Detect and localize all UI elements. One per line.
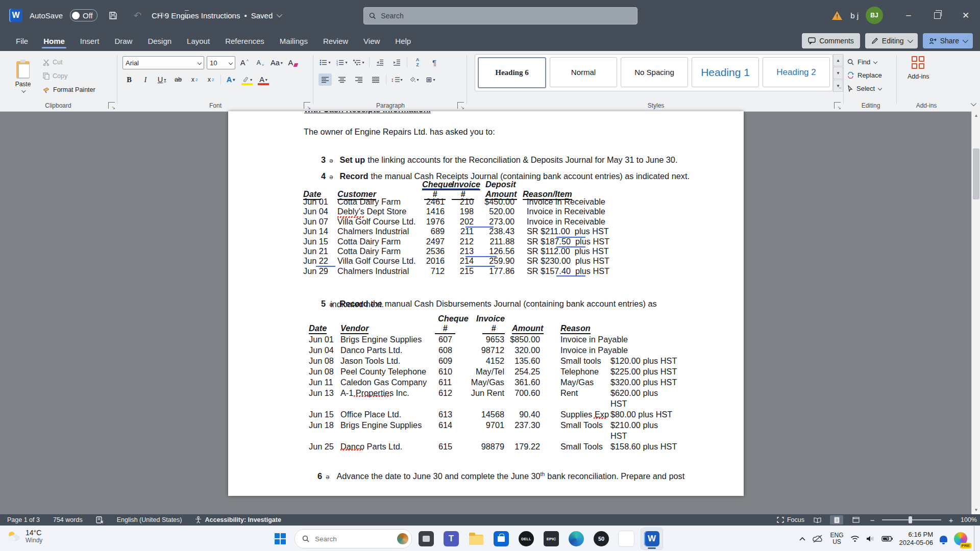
clear-formatting-button[interactable]: A [286, 57, 300, 69]
addins-button[interactable]: Add-ins [908, 56, 929, 80]
tab-layout[interactable]: Layout [180, 33, 216, 49]
taskbar-dell-app[interactable]: DELL [516, 528, 537, 549]
proofing-errors-icon[interactable] [96, 516, 104, 523]
replace-button[interactable]: Replace [847, 68, 882, 82]
tab-home[interactable]: Home [37, 33, 71, 49]
style-no-spacing[interactable]: No Spacing [621, 57, 688, 87]
taskbar-search-input[interactable] [314, 535, 377, 543]
zoom-slider-thumb[interactable] [909, 516, 912, 523]
style-normal[interactable]: Normal [550, 57, 617, 87]
document-title[interactable]: CH 9 Engines Instructions [152, 11, 240, 20]
search-input[interactable] [380, 11, 632, 20]
style-heading-2[interactable]: Heading 2 [763, 57, 830, 87]
subscript-button[interactable]: x2 [188, 73, 201, 86]
font-size-combo[interactable]: 10 [207, 56, 235, 69]
focus-mode-button[interactable]: Focus [777, 516, 804, 523]
page-indicator[interactable]: Page 1 of 3 [7, 516, 40, 523]
share-button[interactable]: Share [923, 33, 973, 48]
format-painter-button[interactable]: Format Painter [41, 84, 97, 96]
scrollbar-thumb[interactable] [973, 148, 979, 199]
style-heading-6[interactable]: Heading 6 [478, 57, 546, 88]
paste-button[interactable]: Paste [8, 55, 38, 99]
web-layout-button[interactable] [849, 515, 863, 524]
battery-icon[interactable] [881, 536, 893, 542]
copy-button[interactable]: Copy [41, 70, 97, 82]
underline-button[interactable]: U▾ [155, 73, 168, 86]
line-spacing-button[interactable]: ↕▾ [390, 73, 404, 86]
show-desktop-button[interactable] [974, 526, 976, 551]
print-layout-button[interactable] [830, 515, 843, 524]
styles-scroll-up-button[interactable]: ▲ [833, 54, 843, 66]
style-heading-1[interactable]: Heading 1 [692, 57, 759, 87]
tab-design[interactable]: Design [141, 33, 178, 49]
decrease-indent-button[interactable] [373, 56, 386, 68]
language-switcher[interactable]: ENGUS [830, 532, 843, 545]
bullets-button[interactable]: ▾ [318, 56, 332, 68]
highlight-color-button[interactable]: ▾ [240, 73, 254, 86]
accessibility-status[interactable]: Accessibility: Investigate [195, 516, 281, 523]
increase-indent-button[interactable] [390, 56, 403, 68]
bold-button[interactable]: B [122, 73, 136, 86]
notifications-bell-icon[interactable] [940, 536, 947, 542]
text-effects-button[interactable]: A▾ [224, 73, 237, 86]
tab-review[interactable]: Review [316, 33, 355, 49]
shading-button[interactable]: ▾ [407, 73, 421, 86]
shrink-font-button[interactable]: A˅ [254, 57, 267, 69]
comments-button[interactable]: Comments [802, 33, 860, 48]
scroll-down-button[interactable]: ▼ [972, 506, 980, 514]
justify-button[interactable] [369, 73, 382, 86]
taskbar-word[interactable]: W [641, 528, 663, 550]
clipboard-dialog-launcher[interactable] [108, 102, 115, 109]
taskbar-search[interactable] [295, 529, 412, 548]
volume-icon[interactable] [866, 535, 875, 542]
restore-button[interactable] [923, 0, 951, 31]
styles-scroll-down-button[interactable]: ▼ [833, 67, 843, 79]
signin-user-label[interactable]: b j [850, 11, 859, 20]
tab-view[interactable]: View [357, 33, 386, 49]
grow-font-button[interactable]: A˄ [238, 57, 251, 69]
tab-file[interactable]: File [9, 33, 35, 49]
align-right-button[interactable] [352, 73, 365, 86]
read-mode-button[interactable] [811, 515, 824, 524]
superscript-button[interactable]: x2 [204, 73, 217, 86]
multilevel-list-button[interactable]: ▾ [352, 56, 365, 68]
show-paragraph-marks-button[interactable]: ¶ [428, 56, 441, 68]
font-name-combo[interactable]: Arial [122, 56, 204, 69]
font-dialog-launcher[interactable] [304, 102, 310, 109]
numbering-button[interactable]: 123▾ [335, 56, 349, 68]
tab-references[interactable]: References [218, 33, 271, 49]
tab-insert[interactable]: Insert [74, 33, 106, 49]
taskbar-app-grid[interactable] [616, 528, 637, 549]
start-button[interactable] [270, 528, 291, 549]
styles-dialog-launcher[interactable] [834, 102, 841, 109]
wifi-icon[interactable] [850, 535, 860, 542]
clock[interactable]: 6:16 PM2024-05-06 [899, 531, 934, 547]
zoom-in-button[interactable]: + [947, 516, 954, 524]
undo-button[interactable]: ↶ [129, 7, 146, 24]
scroll-up-button[interactable]: ▲ [972, 111, 980, 120]
language-indicator[interactable]: English (United States) [117, 516, 182, 523]
font-color-button[interactable]: A▾ [257, 73, 270, 86]
avatar[interactable]: BJ [866, 7, 883, 24]
copilot-icon[interactable]: PRE [954, 532, 967, 545]
tab-draw[interactable]: Draw [108, 33, 139, 49]
select-button[interactable]: Select [847, 82, 882, 95]
taskbar-sage50[interactable]: 50 [591, 528, 612, 549]
minimize-button[interactable]: – [894, 0, 923, 31]
autosave-toggle[interactable]: Off [70, 9, 97, 21]
styles-more-button[interactable]: ▼̲ [833, 80, 843, 92]
warning-icon[interactable]: ! [832, 11, 842, 20]
document-page[interactable]: with Cash Receipts Information. The owne… [228, 111, 744, 496]
taskbar-teams[interactable]: T [440, 528, 462, 549]
weather-widget[interactable]: 14°C Windy [6, 529, 42, 544]
tab-help[interactable]: Help [388, 33, 418, 49]
taskbar-epic-games[interactable]: EPIC [541, 528, 562, 549]
tab-mailings[interactable]: Mailings [273, 33, 314, 49]
find-button[interactable]: Find [847, 55, 882, 68]
taskbar-file-explorer[interactable] [465, 528, 487, 549]
zoom-level[interactable]: 100% [961, 516, 977, 523]
align-left-button[interactable] [318, 73, 332, 86]
save-button[interactable] [105, 7, 122, 24]
zoom-slider[interactable] [882, 519, 941, 520]
search-box[interactable] [363, 7, 638, 24]
